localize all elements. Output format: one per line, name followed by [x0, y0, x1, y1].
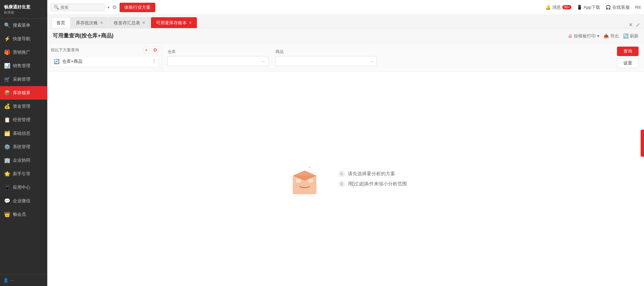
scheme-item-warehouse-goods[interactable]: 🔄 仓库+商品 《 [51, 56, 158, 67]
collapse-panel-icon[interactable]: 《 [151, 58, 155, 64]
sidebar-icon-vip: 👑 [4, 211, 10, 217]
sidebar-label-marketing-promo: 营销推广 [13, 49, 30, 55]
sidebar-item-purchase-mgmt[interactable]: 🛒采购管理 [0, 73, 47, 86]
sidebar-item-finance[interactable]: 💰资金管理 [0, 100, 47, 113]
tab-label-collect-account: 收发存汇总表 [114, 20, 140, 26]
sidebar-scroll: 🔍搜索菜单⚡快捷导航🎁营销推广📊销售管理🛒采购管理📦库存核算💰资金管理📋经营管理… [0, 19, 47, 274]
empty-tips: ① 请先选择要分析的方案 ② 用[过滤]条件来缩小分析范围 [338, 171, 407, 187]
topbar-gear-icon[interactable]: ⚙ [112, 4, 117, 10]
search-input[interactable] [60, 5, 101, 10]
goods-more-icon[interactable]: ··· [370, 58, 374, 64]
sidebar-label-inventory: 库存核算 [13, 90, 30, 96]
goods-field: 商品 ··· [276, 49, 377, 66]
print-dropdown-icon[interactable]: ▾ [597, 33, 599, 38]
topbar-search-box[interactable]: 🔍 [51, 3, 105, 11]
sidebar-item-vip[interactable]: 👑畅会员 [0, 208, 47, 221]
page-title: 可用量查询(按仓库+商品) [53, 32, 113, 40]
industry-solution-button[interactable]: 体验行业方案 [120, 3, 155, 12]
sidebar-item-inventory[interactable]: 📦库存核算 [0, 86, 47, 100]
close-all-tabs-icon[interactable]: ✕ [628, 22, 633, 28]
tab-label-home: 首页 [56, 20, 65, 26]
sidebar-item-shortcut[interactable]: ⚡快捷导航 [0, 32, 47, 46]
expand-icon[interactable]: ⤢ [636, 22, 640, 28]
user-profile[interactable]: Rit [635, 5, 641, 10]
svg-text:✦: ✦ [289, 175, 292, 178]
svg-text:✦: ✦ [308, 165, 311, 170]
tab-close-available-ledger[interactable]: ✕ [189, 21, 192, 25]
sidebar-item-operations[interactable]: 📋经营管理 [0, 113, 47, 127]
app-download-item[interactable]: 📱 App下载 [577, 4, 600, 10]
tabs-actions: ✕ ⤢ [628, 22, 640, 28]
add-scheme-btn[interactable]: + [143, 47, 150, 53]
query-actions: 查询 设置 [617, 47, 639, 68]
sidebar-label-basics: 基础信息 [13, 130, 30, 136]
sidebar-label-enterprise: 企业协同 [13, 157, 30, 163]
settings-button[interactable]: 设置 [617, 58, 639, 68]
sidebar-item-search[interactable]: 🔍搜索菜单 [0, 19, 47, 32]
sidebar-item-basics[interactable]: 🗂️基础信息 [0, 127, 47, 140]
add-icon: + [145, 47, 148, 53]
refresh-icon: 🔄 [623, 33, 628, 38]
bell-icon: 🔔 [545, 5, 551, 10]
refresh-btn[interactable]: 🔄 刷新 [623, 33, 639, 39]
scheme-label: 仓库+商品 [62, 58, 82, 64]
query-right-panel: 仓库 ··· 商品 ··· 查询 设置 [162, 43, 644, 72]
page-header-actions: 🖨 按模板打印 ▾ 📤 导出 🔄 刷新 [568, 33, 639, 39]
query-left-title: 按以下方案查询 [51, 47, 79, 53]
sidebar-icon-purchase-mgmt: 🛒 [4, 76, 10, 82]
tab-available-ledger[interactable]: 可用量库存账本✕ [151, 17, 197, 28]
notification-item[interactable]: 🔔 消息 99+ [545, 4, 571, 10]
print-template-label: 按模板打印 [574, 33, 596, 39]
online-service-item[interactable]: 🎧 在线客服 [606, 4, 630, 10]
user-display-name: Rit [635, 5, 641, 10]
sidebar-icon-finance: 💰 [4, 103, 10, 109]
sidebar-item-marketing-promo[interactable]: 🎁营销推广 [0, 46, 47, 59]
sidebar-item-app-center[interactable]: 📱应用中心 [0, 181, 47, 194]
sidebar-label-sales-mgmt: 销售管理 [13, 63, 30, 69]
topbar: 🔍 ▾ ⚙ 体验行业方案 🔔 消息 99+ 📱 App下载 🎧 在线客服 Rit [47, 0, 644, 15]
tab-home[interactable]: 首页 [51, 17, 70, 28]
warehouse-input[interactable]: ··· [168, 56, 269, 66]
sidebar-label-search: 搜索菜单 [13, 22, 30, 28]
sidebar-icon-corp-wechat: 💬 [4, 198, 10, 204]
tip-2-text: 用[过滤]条件来缩小分析范围 [348, 181, 407, 187]
sidebar-item-sales-mgmt[interactable]: 📊销售管理 [0, 59, 47, 73]
tip-1-num: ① [338, 171, 345, 177]
svg-line-4 [291, 194, 301, 197]
tip-2-num: ② [338, 181, 345, 187]
phone-icon: 📱 [577, 5, 582, 10]
avatar: 👤 [3, 278, 8, 283]
tab-collect-account[interactable]: 收发存汇总表✕ [109, 17, 150, 28]
tab-batch-account[interactable]: 库存批次账✕ [71, 17, 108, 28]
query-button[interactable]: 查询 [617, 47, 639, 56]
export-btn[interactable]: 📤 导出 [603, 33, 619, 39]
tab-close-collect-account[interactable]: ✕ [142, 21, 145, 25]
sidebar-item-system[interactable]: ⚙️系统管理 [0, 140, 47, 154]
sidebar: 畅康通好生意 标准版 🔍搜索菜单⚡快捷导航🎁营销推广📊销售管理🛒采购管理📦库存核… [0, 0, 47, 286]
sidebar-icon-operations: 📋 [4, 117, 10, 123]
app-download-label: App下载 [584, 4, 600, 10]
sidebar-icon-enterprise: 🏢 [4, 157, 10, 163]
scheme-settings-btn[interactable]: ⚙ [152, 47, 158, 53]
tab-close-batch-account[interactable]: ✕ [100, 21, 103, 25]
sidebar-label-system: 系统管理 [13, 144, 30, 150]
sidebar-item-newbie[interactable]: 🌟新手引导 [0, 167, 47, 181]
warehouse-label: 仓库 [168, 49, 269, 55]
print-template-btn[interactable]: 🖨 按模板打印 ▾ [568, 33, 599, 39]
sidebar-label-purchase-mgmt: 采购管理 [13, 76, 30, 82]
sidebar-item-enterprise[interactable]: 🏢企业协同 [0, 154, 47, 167]
topbar-dropdown-icon[interactable]: ▾ [107, 5, 109, 10]
svg-rect-2 [296, 179, 301, 182]
tabs-bar: 首页库存批次账✕收发存汇总表✕可用量库存账本✕ ✕ ⤢ [47, 15, 644, 28]
warehouse-more-icon[interactable]: ··· [262, 58, 266, 64]
sidebar-label-newbie: 新手引导 [13, 171, 30, 177]
sidebar-item-corp-wechat[interactable]: 💬企业微信 [0, 194, 47, 208]
query-area: 按以下方案查询 + ⚙ 🔄 仓库+商品 《 [47, 43, 644, 72]
sidebar-icon-basics: 🗂️ [4, 130, 10, 136]
goods-input[interactable]: ··· [276, 56, 377, 66]
sidebar-icon-app-center: 📱 [4, 184, 10, 190]
search-icon: 🔍 [54, 5, 59, 10]
page-content: 可用量查询(按仓库+商品) 🖨 按模板打印 ▾ 📤 导出 🔄 刷新 [47, 28, 644, 286]
notification-label: 消息 [552, 4, 561, 10]
print-icon: 🖨 [568, 33, 572, 38]
